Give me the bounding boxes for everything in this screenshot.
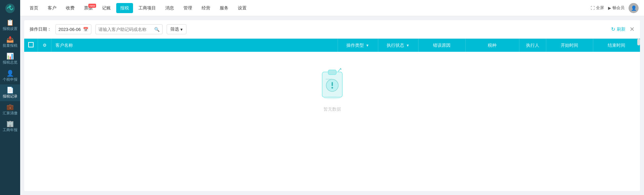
nav-items: 首页客户收费票据new记账报税工商项目消息管理经营服务设置	[26, 3, 591, 13]
empty-illustration	[315, 65, 349, 102]
filter-button[interactable]: 筛选 ▾	[167, 24, 186, 34]
nav-item-shoufei[interactable]: 收费	[62, 3, 79, 13]
col-status-filter-icon[interactable]: ▼	[406, 43, 410, 47]
svg-rect-3	[328, 70, 336, 75]
col-client: 客户名称	[51, 39, 338, 52]
col-endtime-label: 结束时间	[608, 43, 625, 48]
col-checkbox	[24, 39, 38, 52]
search-icon[interactable]: 🔍	[154, 27, 160, 32]
nav-item-piao[interactable]: 票据new	[80, 3, 97, 13]
nav-item-shouye[interactable]: 首页	[26, 3, 42, 13]
nav-item-baoshui[interactable]: 报税	[116, 3, 133, 13]
nav-item-guanli[interactable]: 管理	[179, 3, 196, 13]
nav-item-xiaoxi[interactable]: 消息	[161, 3, 178, 13]
sidebar-label-geshui-shenbao: 个税申报	[3, 77, 17, 82]
sidebar-item-geshui-shenbao[interactable]: 👤 个税申报	[0, 68, 20, 84]
refresh-label: 刷新	[617, 26, 626, 32]
nav-item-jingying[interactable]: 经营	[198, 3, 214, 13]
col-endtime: 结束时间	[593, 39, 640, 52]
nav-item-kehu[interactable]: 客户	[44, 3, 60, 13]
app-logo	[0, 0, 20, 17]
sidebar-label-baoshui-shezhi: 报税设置	[3, 27, 17, 31]
fullscreen-button[interactable]: ⛶ 全屏	[591, 5, 604, 11]
calendar-icon: 📅	[83, 27, 88, 32]
svg-point-6	[331, 87, 333, 89]
nav-item-shezhi[interactable]: 设置	[234, 3, 251, 13]
fullscreen-label: 全屏	[596, 5, 604, 11]
nav-badge-piao: new	[88, 4, 96, 8]
sidebar-icon-piliang-baoshui: 📤	[6, 36, 14, 42]
sidebar-icon-baoshui-shezhi: 📋	[6, 20, 14, 26]
fullscreen-icon: ⛶	[591, 6, 595, 10]
refresh-button[interactable]: ↻ 刷新	[611, 26, 626, 32]
sidebar-icon-baoshui-jilu: 📄	[6, 87, 14, 93]
content-panel: 操作日期： 2023-06-06 📅 🔍 筛选 ▾ ↻ 刷新 ✕	[24, 20, 640, 191]
date-label: 操作日期：	[30, 26, 51, 32]
date-value: 2023-06-06	[58, 27, 81, 32]
nav-item-gongshang[interactable]: 工商项目	[134, 3, 160, 13]
top-navigation: 首页客户收费票据new记账报税工商项目消息管理经营服务设置 ⛶ 全屏 ▶ 畅会员…	[20, 0, 644, 16]
toolbar-right: ↻ 刷新 ✕	[611, 26, 635, 32]
sidebar-icon-gongshang-nianbao: 🏢	[6, 121, 14, 127]
nav-item-jizhan[interactable]: 记账	[98, 3, 115, 13]
sidebar-label-baoshui-jilu: 报税记录	[3, 94, 17, 99]
col-starttime-label: 开始时间	[561, 43, 578, 48]
chevron-down-icon: ▾	[180, 27, 183, 32]
sidebar-icon-geshui-shenbao: 👤	[6, 70, 14, 76]
sidebar-label-baoshui-zonglian: 报税总览	[3, 60, 17, 65]
main-area: 首页客户收费票据new记账报税工商项目消息管理经营服务设置 ⛶ 全屏 ▶ 畅会员…	[20, 0, 644, 195]
select-all-checkbox[interactable]	[28, 42, 34, 47]
sidebar-nav: 📋 报税设置 📤 批量报税 📊 报税总览 👤 个税申报 📄 报税记录 💼 汇算清…	[0, 17, 20, 135]
refresh-icon: ↻	[611, 26, 615, 32]
col-starttime: 开始时间	[546, 39, 593, 52]
col-optype-filter-icon[interactable]: ▼	[366, 43, 369, 47]
col-settings: ⚙	[38, 39, 51, 52]
scrollbar-track	[637, 39, 640, 191]
sidebar-label-huisuan-jiaona: 汇算清缴	[3, 111, 17, 115]
nav-right: ⛶ 全屏 ▶ 畅会员 👤	[591, 3, 639, 13]
nav-item-fuwu[interactable]: 服务	[216, 3, 232, 13]
sidebar: 📋 报税设置 📤 批量报税 📊 报税总览 👤 个税申报 📄 报税记录 💼 汇算清…	[0, 0, 20, 195]
sidebar-item-baoshui-jilu[interactable]: 📄 报税记录	[0, 84, 20, 101]
sidebar-item-gongshang-nianbao[interactable]: 🏢 工商年报	[0, 118, 20, 135]
col-status: 执行状态 ▼	[378, 39, 418, 52]
header-row: ⚙ 客户名称 操作类型 ▼ 执行状态 ▼	[24, 39, 640, 52]
member-label: 畅会员	[612, 5, 625, 11]
avatar-icon: 👤	[631, 5, 637, 11]
svg-rect-9	[326, 79, 332, 80]
sidebar-label-gongshang-nianbao: 工商年报	[3, 128, 17, 132]
col-optype: 操作类型 ▼	[338, 39, 378, 52]
records-table: ⚙ 客户名称 操作类型 ▼ 执行状态 ▼	[24, 39, 640, 52]
date-input[interactable]: 2023-06-06 📅	[55, 24, 91, 34]
scrollbar-thumb[interactable]	[637, 39, 640, 45]
avatar[interactable]: 👤	[629, 3, 639, 13]
col-tax-label: 税种	[488, 43, 497, 48]
col-errorreason: 错误原因	[418, 39, 465, 52]
member-button[interactable]: ▶ 畅会员	[608, 5, 625, 11]
col-executor-label: 执行人	[526, 43, 539, 48]
sidebar-item-huisuan-jiaona[interactable]: 💼 汇算清缴	[0, 101, 20, 118]
sidebar-item-piliang-baoshui[interactable]: 📤 批量报税	[0, 34, 20, 50]
sidebar-label-piliang-baoshui: 批量报税	[3, 43, 17, 48]
sidebar-item-baoshui-zonglian[interactable]: 📊 报税总览	[0, 50, 20, 67]
svg-point-1	[9, 5, 11, 7]
close-button[interactable]: ✕	[630, 26, 635, 32]
search-box: 🔍	[95, 24, 163, 34]
col-tax: 税种	[465, 39, 519, 52]
svg-rect-5	[332, 82, 333, 86]
col-client-label: 客户名称	[55, 43, 73, 48]
filter-label: 筛选	[170, 26, 179, 32]
sidebar-icon-huisuan-jiaona: 💼	[6, 104, 14, 110]
col-errorreason-label: 错误原因	[433, 43, 450, 48]
svg-point-10	[324, 96, 341, 99]
settings-icon[interactable]: ⚙	[43, 43, 47, 48]
sidebar-item-baoshui-shezhi[interactable]: 📋 报税设置	[0, 17, 20, 34]
search-input[interactable]	[98, 27, 152, 32]
col-optype-label: 操作类型	[346, 43, 364, 48]
col-status-label: 执行状态	[387, 43, 404, 48]
table-header: ⚙ 客户名称 操作类型 ▼ 执行状态 ▼	[24, 39, 640, 52]
play-icon: ▶	[608, 6, 611, 10]
empty-text: 暂无数据	[324, 106, 341, 112]
toolbar: 操作日期： 2023-06-06 📅 🔍 筛选 ▾ ↻ 刷新 ✕	[24, 20, 640, 39]
table-container: ⚙ 客户名称 操作类型 ▼ 执行状态 ▼	[24, 39, 640, 191]
